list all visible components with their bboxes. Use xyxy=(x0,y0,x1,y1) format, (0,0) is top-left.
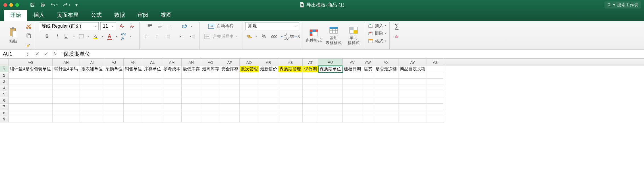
cell-AG5[interactable] xyxy=(9,91,53,97)
cell-AZ1[interactable] xyxy=(427,66,444,72)
cell-AT3[interactable] xyxy=(303,79,318,85)
cell-AM9[interactable] xyxy=(162,116,182,122)
cell-AP8[interactable] xyxy=(220,110,240,116)
cell-AY3[interactable] xyxy=(398,79,427,85)
cell-AG2[interactable] xyxy=(9,72,53,79)
cell-AX4[interactable] xyxy=(374,85,398,91)
cell-AO5[interactable] xyxy=(201,91,220,97)
save-button[interactable] xyxy=(30,2,35,7)
cell-AS4[interactable] xyxy=(278,85,303,91)
cell-AO1[interactable]: 最高库存 xyxy=(201,66,220,72)
cell-AZ7[interactable] xyxy=(427,104,444,110)
comma-button[interactable]: 000 xyxy=(270,32,279,40)
cell-AH9[interactable] xyxy=(53,116,80,122)
cell-AU8[interactable] xyxy=(318,110,343,116)
cell-AN7[interactable] xyxy=(182,104,201,110)
cell-AW1[interactable]: 运费 xyxy=(362,66,374,72)
col-header-AM[interactable]: AM xyxy=(162,59,182,66)
cell-AH4[interactable] xyxy=(53,85,80,91)
cell-AX9[interactable] xyxy=(374,116,398,122)
redo-button[interactable]: ▾ xyxy=(63,2,70,7)
cell-AH6[interactable] xyxy=(53,97,80,104)
cell-AJ5[interactable] xyxy=(104,91,124,97)
cell-AT6[interactable] xyxy=(303,97,318,104)
cell-AP5[interactable] xyxy=(220,91,240,97)
cell-AW5[interactable] xyxy=(362,91,374,97)
cell-AH8[interactable] xyxy=(53,110,80,116)
cell-AI8[interactable] xyxy=(80,110,104,116)
col-header-AR[interactable]: AR xyxy=(259,59,278,66)
cell-AL2[interactable] xyxy=(143,72,162,79)
format-painter-button[interactable] xyxy=(24,41,33,49)
cell-AW7[interactable] xyxy=(362,104,374,110)
cell-AL6[interactable] xyxy=(143,97,162,104)
cell-AM2[interactable] xyxy=(162,72,182,79)
tab-data[interactable]: 数据 xyxy=(108,9,131,21)
col-header-AT[interactable]: AT xyxy=(303,59,318,66)
cell-AQ8[interactable] xyxy=(240,110,259,116)
cell-AY8[interactable] xyxy=(398,110,427,116)
number-format-combo[interactable]: 常规▾ xyxy=(245,22,299,30)
paste-button[interactable]: 粘贴 xyxy=(5,25,22,46)
cell-AO3[interactable] xyxy=(201,79,220,85)
minimize-window-button[interactable] xyxy=(9,3,13,7)
cell-AR5[interactable] xyxy=(259,91,278,97)
cell-AG6[interactable] xyxy=(9,97,53,104)
cell-AI7[interactable] xyxy=(80,104,104,110)
align-top-button[interactable] xyxy=(146,22,154,30)
merge-center-button[interactable]: 合并后居中 ▾ xyxy=(202,32,239,40)
cell-AM7[interactable] xyxy=(162,104,182,110)
cell-AW9[interactable] xyxy=(362,116,374,122)
cell-AJ6[interactable] xyxy=(104,97,124,104)
cell-AI5[interactable] xyxy=(80,91,104,97)
cell-AN3[interactable] xyxy=(182,79,201,85)
cell-AL4[interactable] xyxy=(143,85,162,91)
cell-AR8[interactable] xyxy=(259,110,278,116)
cell-AG1[interactable]: 辅计量4是否包装单位 xyxy=(9,66,53,72)
col-header-AJ[interactable]: AJ xyxy=(104,59,124,66)
phonetic-button[interactable]: abcA▾ xyxy=(120,32,133,40)
cell-AZ8[interactable] xyxy=(427,110,444,116)
search-sheet-input[interactable]: ▾ 搜索工作表 xyxy=(604,1,641,9)
cell-AM3[interactable] xyxy=(162,79,182,85)
cell-AN9[interactable] xyxy=(182,116,201,122)
cancel-formula-button[interactable]: ✕ xyxy=(35,51,39,57)
delete-cells-button[interactable]: 删除▾ xyxy=(368,30,387,37)
row-header-1[interactable]: 1 xyxy=(0,66,9,72)
cell-AZ4[interactable] xyxy=(427,85,444,91)
cell-AK8[interactable] xyxy=(124,110,143,116)
cell-AO7[interactable] xyxy=(201,104,220,110)
cell-AT2[interactable] xyxy=(303,72,318,79)
cell-AN1[interactable]: 最低库存 xyxy=(182,66,201,72)
cell-AX1[interactable]: 是否走冻链 xyxy=(374,66,398,72)
cell-AK6[interactable] xyxy=(124,97,143,104)
cell-AP6[interactable] xyxy=(220,97,240,104)
cell-AQ6[interactable] xyxy=(240,97,259,104)
cell-AY1[interactable]: 商品自定义项 xyxy=(398,66,427,72)
cell-AU3[interactable] xyxy=(318,79,343,85)
print-button[interactable] xyxy=(40,2,45,7)
cell-AK9[interactable] xyxy=(124,116,143,122)
cell-AZ9[interactable] xyxy=(427,116,444,122)
cell-AJ8[interactable] xyxy=(104,110,124,116)
cell-AK4[interactable] xyxy=(124,85,143,91)
cell-AM1[interactable]: 参考成本 xyxy=(162,66,182,72)
fill-color-button[interactable]: ▾ xyxy=(92,32,104,40)
cell-AP3[interactable] xyxy=(220,79,240,85)
cell-AM8[interactable] xyxy=(162,110,182,116)
col-header-AU[interactable]: AU xyxy=(318,59,343,66)
col-header-AV[interactable]: AV xyxy=(343,59,362,66)
cell-AZ5[interactable] xyxy=(427,91,444,97)
cell-AV3[interactable] xyxy=(343,79,362,85)
cell-AI4[interactable] xyxy=(80,85,104,91)
cell-AR3[interactable] xyxy=(259,79,278,85)
cell-AJ9[interactable] xyxy=(104,116,124,122)
insert-cells-button[interactable]: 插入▾ xyxy=(368,22,387,29)
select-all-corner[interactable] xyxy=(0,59,9,66)
percent-button[interactable]: % xyxy=(260,32,268,40)
col-header-AL[interactable]: AL xyxy=(143,59,162,66)
cell-AX3[interactable] xyxy=(374,79,398,85)
cell-AU7[interactable] xyxy=(318,104,343,110)
cell-AK5[interactable] xyxy=(124,91,143,97)
decrease-decimal-button[interactable]: .00→.0 xyxy=(290,32,299,40)
